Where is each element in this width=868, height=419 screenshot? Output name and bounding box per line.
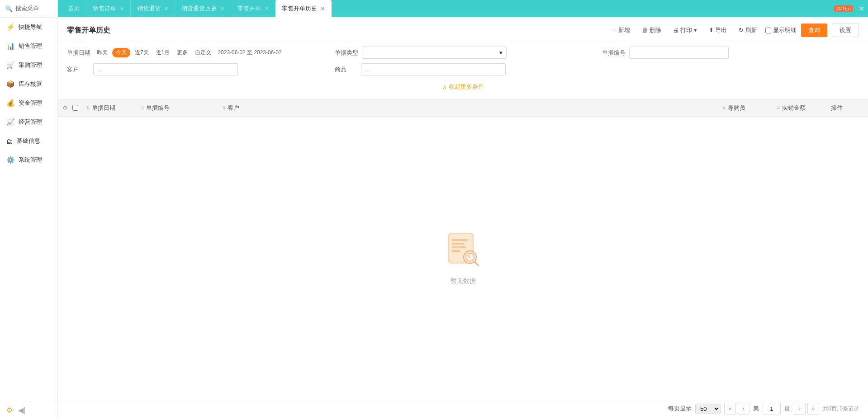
tab-retail-history[interactable]: 零售开单历史✕ — [275, 0, 332, 17]
tab-sales-return[interactable]: 销货退货✕ — [131, 0, 175, 17]
sidebar-item-quick-nav[interactable]: ⚡快捷导航 — [0, 18, 57, 37]
menu-icon-base-info: 🗂 — [6, 137, 13, 145]
sidebar-item-stock-check[interactable]: 📦库存核算 — [0, 75, 57, 94]
tab-close-sales-order[interactable]: ✕ — [120, 6, 124, 12]
filter-row-1: 单据日期 昨天 今天 近7天 近1月 更多 自定义 2023-06-02 至 2… — [67, 47, 859, 59]
sidebar-search-label: 搜索采单 — [15, 5, 39, 13]
tab-retail-open[interactable]: 零售开单✕ — [231, 0, 275, 17]
export-button[interactable]: ⬆ 导出 — [705, 24, 731, 36]
tab-close-sales-return-history[interactable]: ✕ — [220, 6, 224, 12]
show-detail-input[interactable] — [765, 28, 771, 33]
add-button[interactable]: + 新增 — [610, 24, 634, 36]
tab-sales-order[interactable]: 销售订单✕ — [86, 0, 131, 17]
main-area: 首页销售订单✕销货退货✕销货退货历史✕零售开单✕零售开单历史✕ OfTEn ✕ … — [58, 0, 868, 419]
empty-image — [441, 229, 486, 270]
window-close-button[interactable]: ✕ — [859, 5, 864, 13]
tab-close-retail-history[interactable]: ✕ — [321, 6, 325, 12]
menu-icon-quick-nav: ⚡ — [6, 23, 15, 31]
date-custom[interactable]: 自定义 — [192, 48, 214, 57]
col-header-customer[interactable]: ⇅ 客户 — [218, 104, 719, 112]
refresh-button[interactable]: ↻ 刷新 — [735, 24, 761, 36]
sort-icon: ⇅ — [777, 105, 780, 110]
doc-type-label: 单据类型 — [335, 49, 358, 57]
date-shortcuts-group: 昨天 今天 近7天 近1月 更多 自定义 2023-06-02 至 2023-0… — [94, 48, 324, 57]
settings-icon[interactable]: ⚙ — [6, 406, 13, 414]
col-header-ops: 操作 — [827, 104, 863, 112]
query-button[interactable]: 查询 — [801, 24, 827, 37]
per-page-select[interactable]: 50 10 20 100 — [695, 404, 721, 414]
tab-sales-return-history[interactable]: 销货退货历史✕ — [175, 0, 231, 17]
menu-icon-fund-mgmt: 💰 — [6, 99, 15, 107]
table-settings-icon[interactable]: ⚙ — [62, 104, 68, 111]
menu-icon-stock-check: 📦 — [6, 80, 15, 88]
sidebar-item-biz-mgmt[interactable]: 📈经营管理 — [0, 113, 57, 132]
first-page-button[interactable]: « — [724, 403, 736, 414]
date-1month[interactable]: 近1月 — [153, 48, 173, 57]
tab-label-retail-history: 零售开单历史 — [282, 5, 317, 13]
customer-filter: 客户 ... — [67, 63, 324, 75]
show-detail-checkbox[interactable]: 显示明细 — [765, 26, 797, 34]
doc-type-filter: 单据类型 ▾ — [335, 47, 592, 59]
tab-label-sales-order: 销售订单 — [93, 5, 116, 13]
pagination-info: 共0页, 0条记录 — [823, 405, 859, 413]
svg-line-7 — [474, 262, 478, 265]
sidebar-item-sys-mgmt[interactable]: ⚙️系统管理 — [0, 151, 57, 169]
print-button[interactable]: 🖨 打印 ▾ — [669, 24, 701, 36]
menu-icon-biz-mgmt: 📈 — [6, 118, 15, 126]
table-header: ⚙ ⇅ 单据日期 ⇅ 单据编号 ⇅ 客户 ⇅ 导购员 — [58, 99, 868, 117]
settings-button[interactable]: 设置 — [832, 24, 859, 37]
menu-label-quick-nav: 快捷导航 — [19, 23, 42, 31]
prev-page-button[interactable]: ‹ — [738, 403, 749, 414]
empty-text: 暂无数据 — [451, 277, 476, 285]
show-detail-label: 显示明细 — [773, 26, 797, 34]
sort-icon: ⇅ — [222, 105, 226, 110]
customer-select[interactable]: ... — [93, 63, 238, 75]
tab-close-retail-open[interactable]: ✕ — [265, 6, 269, 12]
last-page-button[interactable]: » — [807, 403, 819, 414]
print-label: 🖨 打印 ▾ — [673, 26, 697, 34]
sidebar-item-base-info[interactable]: 🗂基础信息 — [0, 132, 57, 151]
date-today[interactable]: 今天 — [112, 48, 130, 57]
add-label: + 新增 — [613, 26, 630, 34]
delete-button[interactable]: 🗑 删除 — [638, 24, 665, 36]
menu-label-fund-mgmt: 资金管理 — [19, 99, 42, 107]
tab-home[interactable]: 首页 — [62, 0, 86, 17]
content-area: 零售开单历史 + 新增 🗑 删除 🖨 打印 ▾ ⬆ 导出 ↻ 刷新 — [58, 17, 868, 419]
svg-rect-1 — [451, 239, 468, 241]
top-nav: 首页销售订单✕销货退货✕销货退货历史✕零售开单✕零售开单历史✕ OfTEn ✕ — [58, 0, 868, 17]
table-area: ⚙ ⇅ 单据日期 ⇅ 单据编号 ⇅ 客户 ⇅ 导购员 — [58, 99, 868, 398]
col-header-number[interactable]: ⇅ 单据编号 — [137, 104, 218, 112]
sidebar-collapse-icon[interactable]: ◀| — [18, 406, 25, 414]
svg-point-8 — [468, 255, 470, 258]
menu-label-base-info: 基础信息 — [17, 137, 40, 145]
goods-placeholder: ... — [365, 66, 370, 73]
doc-type-select[interactable]: ▾ — [362, 47, 507, 59]
col-header-guide[interactable]: ⇅ 导购员 — [719, 104, 773, 112]
sidebar-item-fund-mgmt[interactable]: 💰资金管理 — [0, 94, 57, 113]
doc-num-input[interactable] — [629, 47, 729, 59]
menu-label-biz-mgmt: 经营管理 — [19, 118, 42, 126]
select-all-checkbox[interactable] — [72, 105, 78, 111]
next-page-button[interactable]: › — [794, 403, 806, 414]
refresh-label: ↻ 刷新 — [739, 26, 757, 34]
date-7days[interactable]: 近7天 — [132, 48, 152, 57]
pagination: 每页显示 50 10 20 100 « ‹ 第 页 › » 共0页, 0条记录 — [58, 398, 868, 419]
col-header-amount[interactable]: ⇅ 实销金额 — [773, 104, 827, 112]
per-page-label: 每页显示 — [668, 405, 692, 413]
collapse-bar[interactable]: ∧ 收起更多条件 — [67, 80, 859, 94]
tab-label-retail-open: 零售开单 — [237, 5, 261, 13]
col-header-date[interactable]: ⇅ 单据日期 — [83, 104, 137, 112]
goods-select[interactable]: ... — [361, 63, 506, 75]
date-more[interactable]: 更多 — [174, 48, 190, 57]
tab-close-sales-return[interactable]: ✕ — [164, 6, 168, 12]
sidebar-search[interactable]: 🔍 搜索采单 — [0, 0, 57, 18]
sidebar-item-purchase-mgmt[interactable]: 🛒采购管理 — [0, 56, 57, 75]
menu-label-sales-mgmt: 销售管理 — [19, 42, 42, 50]
search-icon: 🔍 — [5, 5, 13, 12]
page-number-input[interactable] — [763, 403, 781, 414]
sidebar-item-sales-mgmt[interactable]: 📊销售管理 — [0, 37, 57, 56]
date-yesterday[interactable]: 昨天 — [94, 48, 110, 57]
doc-num-filter: 单据编号 — [602, 47, 859, 59]
chevron-up-icon: ∧ — [442, 84, 447, 90]
svg-rect-2 — [451, 243, 464, 245]
